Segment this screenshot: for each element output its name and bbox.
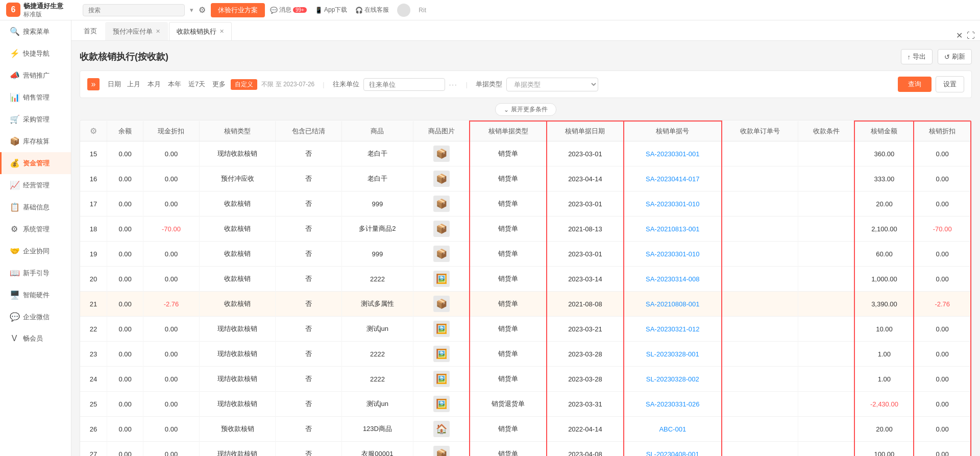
sidebar-item-quicknav[interactable]: ⚡ 快捷导航: [0, 42, 71, 64]
cell-bill-no[interactable]: ABC-001: [624, 417, 722, 442]
cell-discount: 0.00: [914, 317, 971, 342]
bill-no-link[interactable]: SL-20230328-002: [646, 375, 699, 383]
bill-no-link[interactable]: SL-20230408-001: [646, 450, 699, 457]
bill-no-link[interactable]: SL-20230328-001: [646, 350, 699, 358]
cell-order-no: [722, 367, 798, 392]
app-download-button[interactable]: 📱 App下载: [315, 6, 347, 14]
cell-goods: 2222: [341, 342, 413, 367]
product-image: 🖼️: [433, 396, 450, 412]
tab-writeoff[interactable]: 收款核销执行 ✕: [169, 22, 232, 40]
bill-no-link[interactable]: ABC-001: [659, 425, 686, 433]
date-option-7days[interactable]: 近7天: [186, 79, 207, 90]
cell-goods: 123D商品: [341, 417, 413, 442]
separator1: |: [323, 81, 324, 88]
cell-bill-no[interactable]: SL-20230328-001: [624, 342, 722, 367]
sidebar-item-basic[interactable]: 📋 基础信息: [0, 196, 71, 218]
sidebar-item-purchase[interactable]: 🛒 采购管理: [0, 108, 71, 130]
sidebar-item-operations[interactable]: 📈 经营管理: [0, 174, 71, 196]
source-input[interactable]: [363, 78, 445, 91]
query-button[interactable]: 查询: [898, 77, 932, 92]
refresh-button[interactable]: ↺ 刷新: [938, 49, 972, 64]
bill-no-link[interactable]: SA-20230301-010: [646, 250, 700, 258]
bill-no-link[interactable]: SA-20230314-008: [646, 275, 700, 283]
col-amount: 核销金额: [854, 121, 914, 141]
filter-toggle-button[interactable]: »: [87, 78, 100, 90]
date-option-this-month[interactable]: 本月: [145, 79, 163, 90]
sidebar-item-member[interactable]: V 畅会员: [0, 328, 71, 349]
date-option-this-year[interactable]: 本年: [166, 79, 183, 90]
cell-discount: 0.00: [914, 392, 971, 417]
cell-bill-no[interactable]: SA-20230321-012: [624, 317, 722, 342]
sidebar-item-hardware[interactable]: 🖥️ 智能硬件: [0, 284, 71, 306]
tab-prepay-close[interactable]: ✕: [156, 28, 160, 35]
cell-bill-no[interactable]: SL-20230328-002: [624, 367, 722, 392]
page-title-bar: 收款核销执行(按收款) ↑ 导出 ↺ 刷新: [80, 49, 972, 64]
message-icon: 💬: [270, 7, 278, 14]
bill-no-link[interactable]: SA-20230331-026: [646, 400, 700, 408]
sidebar-item-guide[interactable]: 📖 新手引导: [0, 262, 71, 284]
product-image: 🖼️: [433, 371, 450, 387]
cell-type: 收款核销: [199, 191, 275, 217]
sidebar-item-sales[interactable]: 📊 销售管理: [0, 86, 71, 108]
sidebar-item-marketing[interactable]: 📣 营销推广: [0, 64, 71, 86]
cell-bill-no[interactable]: SL-20230408-001: [624, 442, 722, 457]
cell-amount: 1.00: [854, 342, 914, 367]
cell-bill-no[interactable]: SA-20230414-017: [624, 166, 722, 191]
date-option-more[interactable]: 更多: [210, 79, 228, 90]
sidebar-item-collab[interactable]: 🤝 企业协同: [0, 240, 71, 262]
cell-order-no: [722, 292, 798, 317]
product-image: 🖼️: [433, 346, 450, 362]
sidebar-item-finance[interactable]: 💰 资金管理: [0, 152, 71, 174]
cell-bill-no[interactable]: SA-20210813-001: [624, 217, 722, 242]
gear-icon[interactable]: ⚙: [199, 5, 206, 15]
cell-bill-no[interactable]: SA-20230314-008: [624, 267, 722, 292]
cell-payment: [798, 367, 855, 392]
cell-id: 19: [80, 242, 107, 267]
expand-more-button[interactable]: ⌄ 展开更多条件: [495, 103, 556, 116]
online-service-button[interactable]: 🎧 在线客服: [355, 6, 389, 14]
tab-close-all-button[interactable]: ✕: [956, 31, 963, 40]
source-label: 往来单位: [333, 80, 359, 89]
bill-no-link[interactable]: SA-20210808-001: [646, 300, 700, 308]
billtype-select[interactable]: 单据类型: [506, 78, 598, 91]
tab-home[interactable]: 首页: [77, 22, 104, 40]
col-settings[interactable]: ⚙: [80, 121, 107, 141]
sidebar-label-marketing: 营销推广: [23, 71, 50, 80]
cell-bill-no[interactable]: SA-20230301-010: [624, 191, 722, 217]
industry-button[interactable]: 休验行业方案: [211, 3, 265, 17]
cell-goods: 测试jun: [341, 392, 413, 417]
sidebar-item-search[interactable]: 🔍 搜索菜单: [0, 20, 71, 42]
cell-bill-no[interactable]: SA-20210808-001: [624, 292, 722, 317]
cell-bill-no[interactable]: SA-20230331-026: [624, 392, 722, 417]
bill-no-link[interactable]: SA-20230301-010: [646, 200, 700, 208]
cell-bill-no[interactable]: SA-20230301-010: [624, 242, 722, 267]
date-option-last-month[interactable]: 上月: [125, 79, 142, 90]
col-payment: 收款条件: [798, 121, 855, 141]
tab-writeoff-close[interactable]: ✕: [219, 28, 224, 35]
bill-no-link[interactable]: SA-20230301-001: [646, 150, 700, 158]
date-custom-button[interactable]: 自定义: [231, 79, 257, 90]
bill-no-link[interactable]: SA-20230414-017: [646, 175, 700, 183]
message-button[interactable]: 💬 消息 99+: [270, 6, 307, 14]
tab-prepay[interactable]: 预付冲应付单 ✕: [105, 22, 168, 40]
sidebar-item-system[interactable]: ⚙ 系统管理: [0, 218, 71, 240]
cell-id: 15: [80, 141, 107, 166]
cell-payment: [798, 141, 855, 166]
product-image: 📦: [433, 171, 450, 187]
sidebar-item-inventory[interactable]: 📦 库存核算: [0, 130, 71, 152]
tab-expand-button[interactable]: ⛶: [967, 31, 975, 40]
bill-no-link[interactable]: SA-20230321-012: [646, 325, 700, 333]
export-button[interactable]: ↑ 导出: [901, 49, 933, 64]
sidebar-item-wechat[interactable]: 💬 企业微信: [0, 306, 71, 328]
filter-settings-button[interactable]: 设置: [936, 76, 964, 92]
cell-discount: -2.76: [914, 292, 971, 317]
cell-discount: 0.00: [914, 367, 971, 392]
cell-id: 16: [80, 166, 107, 191]
cell-settled: 否: [276, 191, 342, 217]
search-input[interactable]: [83, 4, 185, 16]
avatar[interactable]: [397, 4, 410, 17]
cell-discount: 0.00: [914, 442, 971, 457]
cell-type: 现结收款核销: [199, 317, 275, 342]
cell-bill-no[interactable]: SA-20230301-001: [624, 141, 722, 166]
bill-no-link[interactable]: SA-20210813-001: [646, 225, 700, 233]
